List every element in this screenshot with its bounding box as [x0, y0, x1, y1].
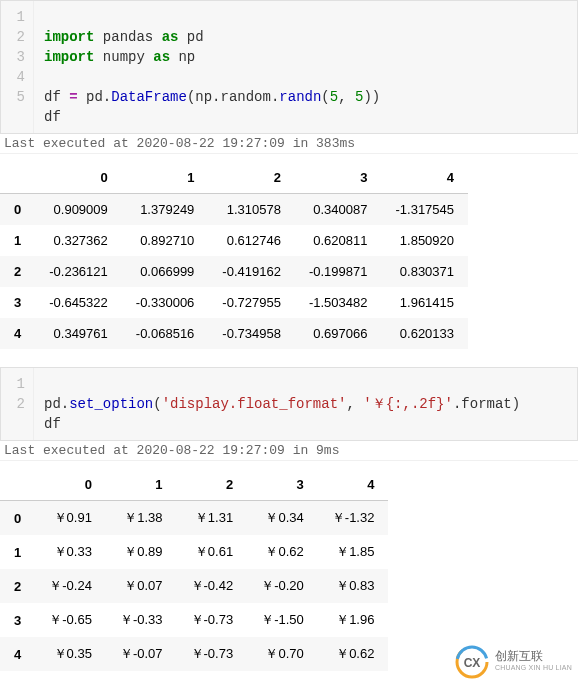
cell-value: 1.379249 — [122, 194, 209, 226]
cell-value: 0.892710 — [122, 225, 209, 256]
col-header: 2 — [177, 469, 248, 501]
row-index: 1 — [0, 225, 35, 256]
row-index: 1 — [0, 535, 35, 569]
cell-value: -0.199871 — [295, 256, 382, 287]
keyword: import — [44, 49, 94, 65]
row-index: 3 — [0, 603, 35, 637]
col-header: 1 — [106, 469, 177, 501]
cell-value: -0.236121 — [35, 256, 122, 287]
line-number: 1 — [7, 7, 25, 27]
cell-value: ￥1.31 — [177, 501, 248, 536]
row-index: 0 — [0, 501, 35, 536]
code-text: pd — [44, 396, 61, 412]
cell-value: 0.909009 — [35, 194, 122, 226]
line-gutter: 1 2 3 4 5 — [1, 1, 34, 133]
output-table-1: 0 1 2 3 4 00.9090091.3792491.3105780.340… — [0, 162, 468, 349]
dot: . — [212, 89, 220, 105]
exec-status-1: Last executed at 2020-08-22 19:27:09 in … — [0, 134, 578, 154]
line-number: 1 — [7, 374, 25, 394]
table-row: 2￥-0.24￥0.07￥-0.42￥-0.20￥0.83 — [0, 569, 388, 603]
line-number: 3 — [7, 47, 25, 67]
table-row: 2-0.2361210.066999-0.419162-0.1998710.83… — [0, 256, 468, 287]
cell-value: 0.327362 — [35, 225, 122, 256]
cell-value: -0.419162 — [208, 256, 295, 287]
line-number: 2 — [7, 27, 25, 47]
cell-value: 1.310578 — [208, 194, 295, 226]
code-text: pd — [178, 29, 203, 45]
code-text: np — [170, 49, 195, 65]
code-text: pandas — [94, 29, 161, 45]
cell-value: ￥0.35 — [35, 637, 106, 671]
row-index: 4 — [0, 318, 35, 349]
string: '￥{:,.2f}' — [363, 396, 453, 412]
cell-value: 0.349761 — [35, 318, 122, 349]
code-text: pd — [78, 89, 103, 105]
table-row: 3￥-0.65￥-0.33￥-0.73￥-1.50￥1.96 — [0, 603, 388, 637]
table-row: 00.9090091.3792491.3105780.340087-1.3175… — [0, 194, 468, 226]
cell-value: ￥-0.33 — [106, 603, 177, 637]
cell-value: 0.612746 — [208, 225, 295, 256]
table-row: 40.349761-0.068516-0.7349580.6970660.620… — [0, 318, 468, 349]
cell-value: ￥-0.24 — [35, 569, 106, 603]
cell-value: 1.961415 — [381, 287, 468, 318]
col-header: 1 — [122, 162, 209, 194]
exec-status-2: Last executed at 2020-08-22 19:27:09 in … — [0, 441, 578, 461]
code-text: random — [221, 89, 271, 105]
number: 5 — [330, 89, 338, 105]
watermark-text: 创新互联 CHUANG XIN HU LIAN — [495, 650, 572, 674]
row-index: 2 — [0, 569, 35, 603]
cell-value: -0.734958 — [208, 318, 295, 349]
code-text: numpy — [94, 49, 153, 65]
cell-value: ￥-1.50 — [247, 603, 318, 637]
cell-value: -0.068516 — [122, 318, 209, 349]
cell-value: -1.317545 — [381, 194, 468, 226]
table-row: 3-0.645322-0.330006-0.727955-1.5034821.9… — [0, 287, 468, 318]
comma: , — [338, 89, 355, 105]
cell-value: ￥1.96 — [318, 603, 389, 637]
function: randn — [279, 89, 321, 105]
col-header: 4 — [381, 162, 468, 194]
watermark-logo-icon: CX — [455, 645, 489, 679]
cell-value: ￥0.62 — [318, 637, 389, 671]
keyword: as — [162, 29, 179, 45]
dot: . — [103, 89, 111, 105]
code-text: df — [44, 89, 69, 105]
paren: ( — [321, 89, 329, 105]
table-row: 0￥0.91￥1.38￥1.31￥0.34￥-1.32 — [0, 501, 388, 536]
table-row: 10.3273620.8927100.6127460.6208111.85092… — [0, 225, 468, 256]
cell-value: ￥-1.32 — [318, 501, 389, 536]
watermark-cn: 创新互联 — [495, 650, 572, 662]
code-text: np — [195, 89, 212, 105]
line-number: 2 — [7, 394, 25, 414]
cell-value: -0.727955 — [208, 287, 295, 318]
code-text: df — [44, 416, 61, 432]
table-row: 4￥0.35￥-0.07￥-0.73￥0.70￥0.62 — [0, 637, 388, 671]
row-index: 2 — [0, 256, 35, 287]
keyword: as — [153, 49, 170, 65]
function: DataFrame — [111, 89, 187, 105]
code-text: df — [44, 109, 61, 125]
row-index: 4 — [0, 637, 35, 671]
cell-value: -0.330006 — [122, 287, 209, 318]
col-header: 2 — [208, 162, 295, 194]
line-number: 5 — [7, 87, 25, 107]
col-header: 0 — [35, 469, 106, 501]
line-gutter: 1 2 — [1, 368, 34, 440]
code-area[interactable]: pd.set_option('display.float_format', '￥… — [34, 368, 577, 440]
cell-value: ￥0.61 — [177, 535, 248, 569]
code-cell-1: 1 2 3 4 5 import pandas as pd import num… — [0, 0, 578, 134]
cell-value: ￥-0.42 — [177, 569, 248, 603]
cell-value: ￥0.89 — [106, 535, 177, 569]
col-header: 0 — [35, 162, 122, 194]
cell-value: ￥1.85 — [318, 535, 389, 569]
cell-value: -0.645322 — [35, 287, 122, 318]
keyword: import — [44, 29, 94, 45]
cell-value: -1.503482 — [295, 287, 382, 318]
col-header: 3 — [295, 162, 382, 194]
watermark-en: CHUANG XIN HU LIAN — [495, 662, 572, 674]
code-area[interactable]: import pandas as pd import numpy as np d… — [34, 1, 577, 133]
col-header — [0, 469, 35, 501]
cell-value: ￥-0.73 — [177, 637, 248, 671]
string: 'display.float_format' — [162, 396, 347, 412]
cell-value: ￥0.62 — [247, 535, 318, 569]
